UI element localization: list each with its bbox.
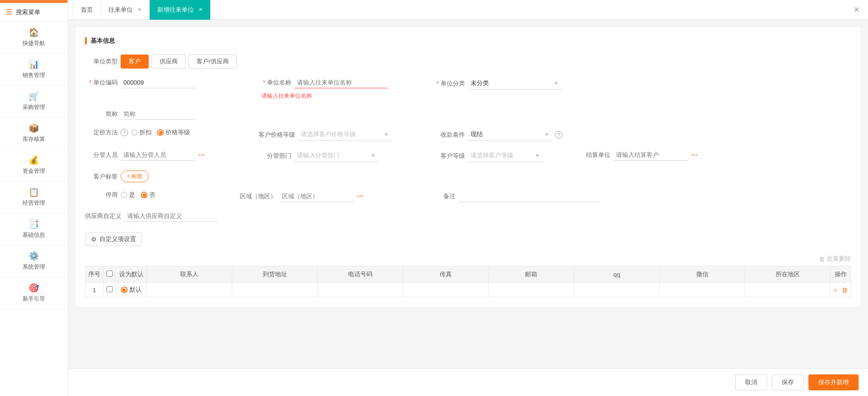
pricing-radio-level[interactable]: 价格等级 xyxy=(157,128,190,137)
region-more-icon[interactable]: ··· xyxy=(357,192,363,201)
wechat-input[interactable] xyxy=(662,287,742,294)
custom-settings-label: 自定义项设置 xyxy=(99,235,136,243)
row-delete-icon[interactable]: 🗑 xyxy=(842,287,848,294)
sidebar-nav: 🏠 快捷导航 📊 销售管理 🛒 采购管理 📦 库存核算 💰 资金管理 📋 经营管… xyxy=(0,22,68,396)
supplier-custom-input[interactable] xyxy=(124,210,218,222)
row-default-radio[interactable]: 默认 xyxy=(119,286,143,294)
cust-price-select[interactable]: 请选择客户价格等级 ▼ xyxy=(298,128,392,141)
row-phone[interactable] xyxy=(318,283,403,297)
form-group-unit-type: 单位类型 客户 供应商 客户/供应商 xyxy=(85,54,851,69)
sidebar-item-basic-info[interactable]: 📑 基础信息 xyxy=(0,213,68,245)
row-default-radio-circle xyxy=(121,287,128,293)
manager-input[interactable] xyxy=(121,149,196,161)
form-group-settlement: 结算单位 ··· xyxy=(578,149,851,161)
form-row-supplier-custom: 供应商自定义 xyxy=(85,210,851,222)
disabled-radio-yes[interactable]: 是 xyxy=(121,191,135,199)
contact-input[interactable] xyxy=(150,287,229,294)
search-menu[interactable]: ☰ 搜索菜单 xyxy=(0,3,68,22)
remark-input[interactable] xyxy=(458,191,599,202)
cancel-button[interactable]: 取消 xyxy=(735,374,767,390)
batch-delete-button[interactable]: 🗑 批量删除 xyxy=(819,255,851,263)
window-close-button[interactable]: ✕ xyxy=(850,5,863,14)
add-tag-button[interactable]: + 标签 xyxy=(121,171,149,182)
sidebar-item-operations[interactable]: 📋 经营管理 xyxy=(0,181,68,213)
sidebar-item-inventory[interactable]: 📦 库存核算 xyxy=(0,117,68,149)
sidebar-item-sales[interactable]: 📊 销售管理 xyxy=(0,54,68,85)
email-input[interactable] xyxy=(492,287,571,294)
home-icon: 🏠 xyxy=(29,27,39,38)
row-qq[interactable] xyxy=(574,283,659,297)
unit-name-input[interactable] xyxy=(294,77,388,88)
sidebar-item-quick-nav[interactable]: 🏠 快捷导航 xyxy=(0,22,68,54)
unit-code-input[interactable] xyxy=(121,77,196,88)
sidebar-item-purchase[interactable]: 🛒 采购管理 xyxy=(0,85,68,117)
tab-home[interactable]: 首页 xyxy=(73,0,101,20)
settlement-input[interactable] xyxy=(613,149,688,161)
search-menu-label: 搜索菜单 xyxy=(16,8,40,16)
unit-type-both-btn[interactable]: 客户/供应商 xyxy=(189,54,237,69)
row-address[interactable] xyxy=(232,283,318,297)
inventory-icon: 📦 xyxy=(29,123,39,133)
dept-placeholder: 请输入分管部门 xyxy=(297,151,369,160)
cust-level-select[interactable]: 请选择客户等级 ▼ xyxy=(468,149,543,162)
pricing-radio-discount[interactable]: 折扣 xyxy=(131,128,152,137)
sidebar-item-label: 系统管理 xyxy=(23,263,45,271)
row-wechat[interactable] xyxy=(660,283,745,297)
row-add-icon[interactable]: + xyxy=(834,287,838,294)
sidebar: ☰ 搜索菜单 🏠 快捷导航 📊 销售管理 🛒 采购管理 📦 库存核算 💰 资金管… xyxy=(0,0,68,396)
unit-type-supplier-btn[interactable]: 供应商 xyxy=(152,54,186,69)
radio-yes-circle xyxy=(121,192,127,198)
form-group-category: 单位分类 未分类 ▼ xyxy=(432,77,851,90)
payment-help-icon[interactable]: ? xyxy=(555,131,563,139)
row-fax[interactable] xyxy=(403,283,488,297)
search-icon: ☰ xyxy=(6,8,12,16)
unit-type-customer-btn[interactable]: 客户 xyxy=(121,54,149,69)
sidebar-item-guide[interactable]: 🎯 新手引导 xyxy=(0,277,68,309)
form-group-cust-price: 客户价格等级 请选择客户价格等级 ▼ xyxy=(259,128,418,141)
sidebar-item-system[interactable]: ⚙️ 系统管理 xyxy=(0,245,68,277)
tab-new-partner[interactable]: 新增往来单位 ✕ xyxy=(150,0,211,20)
form-group-tag: 客户标签 + 标签 xyxy=(85,171,851,182)
pricing-radio-group: 折扣 价格等级 xyxy=(131,128,190,137)
form-group-region: 区域（地区） ··· xyxy=(240,191,409,202)
form-row-code-name-cat: 单位编码 单位名称 请输入往来单位名称 单位分类 未分类 ▼ xyxy=(85,77,851,100)
payment-select[interactable]: 现结 ▼ xyxy=(468,128,552,141)
location-input[interactable] xyxy=(748,287,827,294)
dept-select[interactable]: 请输入分管部门 ▼ xyxy=(294,149,379,162)
chevron-down-icon-4: ▼ xyxy=(371,153,376,158)
unit-category-label: 单位分类 xyxy=(432,79,465,88)
custom-settings-button[interactable]: ⚙ 自定义项设置 xyxy=(85,232,142,246)
settlement-more-icon[interactable]: ··· xyxy=(691,151,697,159)
form-row-tag: 客户标签 + 标签 xyxy=(85,171,851,182)
cust-price-label: 客户价格等级 xyxy=(259,131,295,139)
fax-input[interactable] xyxy=(406,287,485,294)
qq-input[interactable] xyxy=(577,287,656,294)
abbr-input[interactable] xyxy=(121,109,196,120)
unit-category-select[interactable]: 未分类 ▼ xyxy=(468,77,562,90)
row-check[interactable] xyxy=(104,283,116,297)
supplier-custom-label: 供应商自定义 xyxy=(85,212,122,220)
chevron-down-icon-5: ▼ xyxy=(535,153,540,158)
phone-input[interactable] xyxy=(320,287,400,294)
chevron-down-icon-2: ▼ xyxy=(384,132,389,137)
row-contact[interactable] xyxy=(146,283,232,297)
sidebar-item-finance[interactable]: 💰 资金管理 xyxy=(0,149,68,181)
row-email[interactable] xyxy=(488,283,574,297)
sidebar-item-label: 快捷导航 xyxy=(23,39,45,47)
tab-partners[interactable]: 往来单位 ✕ xyxy=(101,0,150,20)
manager-more-icon[interactable]: ··· xyxy=(198,151,205,159)
save-button[interactable]: 保存 xyxy=(772,374,804,390)
row-checkbox[interactable] xyxy=(107,286,113,292)
address-input[interactable] xyxy=(235,287,314,294)
tab-new-partner-close[interactable]: ✕ xyxy=(198,7,203,13)
disabled-radio-group: 是 否 xyxy=(121,191,155,199)
region-input[interactable] xyxy=(279,191,354,202)
batch-delete-label: 批量删除 xyxy=(827,255,851,263)
disabled-radio-no[interactable]: 否 xyxy=(141,191,155,199)
select-all-checkbox[interactable] xyxy=(107,271,113,277)
tab-partners-close[interactable]: ✕ xyxy=(137,7,142,13)
tab-new-partner-label: 新增往来单位 xyxy=(157,6,194,14)
pricing-help-icon[interactable]: ? xyxy=(121,129,128,136)
row-location[interactable] xyxy=(745,283,830,297)
save-new-button[interactable]: 保存并新增 xyxy=(808,374,859,390)
